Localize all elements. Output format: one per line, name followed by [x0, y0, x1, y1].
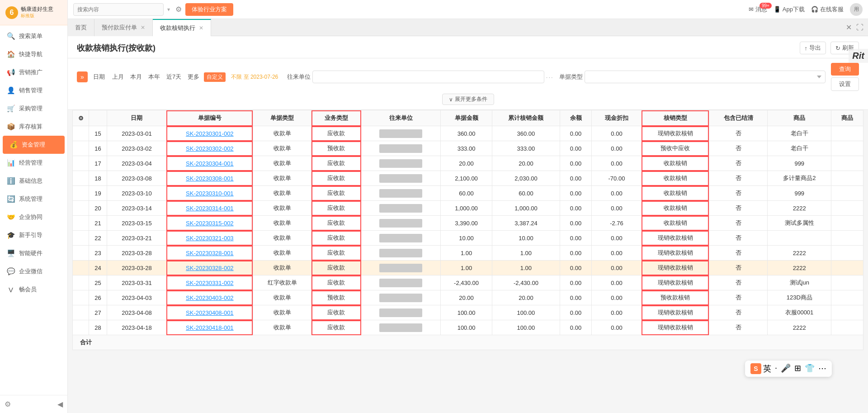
sidebar-item-guide[interactable]: 🎓 新手引导: [0, 226, 67, 244]
sidebar-item-inventory[interactable]: 📦 库存核算: [0, 118, 67, 136]
sidebar-item-search[interactable]: 🔍 搜索菜单: [0, 27, 67, 45]
table-row[interactable]: 26 2023-04-03 SK-20230403-002 收款单 预收款 ██…: [73, 290, 863, 305]
cell-slip-no[interactable]: SK-20230408-001: [166, 305, 253, 320]
sidebar-item-operations[interactable]: 📊 经营管理: [0, 154, 67, 172]
sidebar-item-basic[interactable]: ℹ️ 基础信息: [0, 172, 67, 190]
cell-slip-no[interactable]: SK-20230310-001: [166, 186, 253, 201]
col-amount[interactable]: 单据金额: [440, 110, 492, 126]
cell-slip-no[interactable]: SK-20230308-001: [166, 171, 253, 186]
tab-collection[interactable]: 收款核销执行 ✕: [153, 19, 211, 36]
settings-icon[interactable]: ⚙: [175, 5, 182, 14]
cell-slip-no[interactable]: SK-20230314-001: [166, 201, 253, 216]
table-row[interactable]: 18 2023-03-08 SK-20230308-001 收款单 应收款 ██…: [73, 171, 863, 186]
expand-more-btn[interactable]: ∨ 展开更多条件: [442, 94, 494, 105]
tab-prepay[interactable]: 预付款应付单 ✕: [94, 19, 153, 36]
sidebar-item-quick[interactable]: 🏠 快捷导航: [0, 45, 67, 63]
table-row[interactable]: 22 2023-03-21 SK-20230321-003 收款单 应收款 ██…: [73, 231, 863, 246]
sidebar-item-sales[interactable]: 👤 销售管理: [0, 81, 67, 100]
col-settings[interactable]: ⚙: [73, 110, 89, 126]
sidebar-item-member[interactable]: V 畅会员: [0, 280, 67, 299]
col-biz-type[interactable]: 业务类型: [311, 110, 361, 126]
wm-shirt-icon[interactable]: 👕: [805, 363, 815, 374]
filter-setting-btn[interactable]: 设置: [831, 77, 859, 91]
table-row[interactable]: 16 2023-03-02 SK-20230302-002 收款单 预收款 ██…: [73, 141, 863, 156]
col-goods2[interactable]: 商品: [831, 110, 863, 126]
table-row[interactable]: 23 2023-03-28 SK-20230328-001 收款单 应收款 ██…: [73, 246, 863, 261]
date-last-month[interactable]: 上月: [110, 72, 126, 82]
tab-collection-close[interactable]: ✕: [199, 25, 203, 31]
table-row[interactable]: 25 2023-03-31 SK-20230331-002 红字收款单 应收款 …: [73, 275, 863, 290]
col-verified[interactable]: 累计核销金额: [492, 110, 560, 126]
sidebar-item-purchase[interactable]: 🛒 采购管理: [0, 100, 67, 118]
cell-slip-no[interactable]: SK-20230304-001: [166, 156, 253, 171]
col-balance[interactable]: 余额: [560, 110, 592, 126]
sidebar-item-marketing[interactable]: 📢 营销推广: [0, 63, 67, 81]
table-row[interactable]: 19 2023-03-10 SK-20230310-001 收款单 应收款 ██…: [73, 186, 863, 201]
sidebar-item-collab[interactable]: 🤝 企业协同: [0, 208, 67, 226]
wm-grid-icon[interactable]: ⊞: [794, 363, 801, 374]
collapse-icon[interactable]: ◀: [57, 400, 63, 408]
col-date[interactable]: 日期: [107, 110, 167, 126]
message-btn[interactable]: ✉ 消息 99+: [749, 5, 767, 14]
table-row[interactable]: 27 2023-04-08 SK-20230408-001 收款单 应收款 ██…: [73, 305, 863, 320]
col-discount[interactable]: 现金折扣: [592, 110, 642, 126]
cell-slip-no[interactable]: SK-20230315-002: [166, 216, 253, 231]
cell-slip-no[interactable]: SK-20230328-001: [166, 246, 253, 261]
search-dropdown-icon[interactable]: ▾: [167, 6, 170, 13]
table-row[interactable]: 20 2023-03-14 SK-20230314-001 收款单 应收款 ██…: [73, 201, 863, 216]
wm-expand-icon[interactable]: ⋯: [818, 363, 826, 374]
table-row[interactable]: 21 2023-03-15 SK-20230315-002 收款单 应收款 ██…: [73, 216, 863, 231]
cell-goods2: [831, 186, 863, 201]
user-avatar[interactable]: 用: [850, 3, 863, 16]
slip-type-select[interactable]: [585, 71, 826, 83]
cell-goods: 123D商品: [768, 290, 831, 305]
col-include-settled[interactable]: 包含已结清: [709, 110, 768, 126]
col-goods[interactable]: 商品: [768, 110, 831, 126]
tab-home[interactable]: 首页: [68, 19, 94, 36]
tab-close-icon[interactable]: ✕: [846, 23, 852, 32]
cell-balance: 0.00: [560, 156, 592, 171]
partner-input[interactable]: [312, 71, 544, 83]
cell-slip-no[interactable]: SK-20230321-003: [166, 231, 253, 246]
col-slip-no[interactable]: 单据编号: [166, 110, 253, 126]
settings-bottom-icon[interactable]: ⚙: [5, 400, 11, 408]
wm-dot-icon[interactable]: ·: [775, 363, 777, 374]
date-this-month[interactable]: 本月: [128, 72, 144, 82]
cell-slip-no[interactable]: SK-20230331-002: [166, 275, 253, 290]
col-slip-type[interactable]: 单据类型: [253, 110, 311, 126]
sidebar-item-system[interactable]: 🔄 系统管理: [0, 190, 67, 208]
app-download-btn[interactable]: 📱 App下载: [774, 5, 805, 14]
cell-slip-no[interactable]: SK-20230302-002: [166, 141, 253, 156]
cell-slip-no[interactable]: SK-20230301-002: [166, 126, 253, 141]
filter-expand-btn[interactable]: »: [77, 71, 88, 82]
date-7days[interactable]: 近7天: [165, 72, 183, 82]
online-service-btn[interactable]: 🎧 在线客服: [811, 5, 844, 14]
export-btn[interactable]: ↑ 导出: [800, 42, 826, 54]
cell-slip-no[interactable]: SK-20230328-002: [166, 261, 253, 275]
industry-btn[interactable]: 体验行业方案: [185, 3, 233, 16]
cell-slip-no[interactable]: SK-20230418-001: [166, 320, 253, 335]
tab-prepay-close[interactable]: ✕: [141, 24, 145, 31]
col-partner[interactable]: 往来单位: [361, 110, 440, 126]
cell-include-settled: 否: [709, 216, 768, 231]
table-row[interactable]: 28 2023-04-18 SK-20230418-001 收款单 应收款 ██…: [73, 320, 863, 335]
date-more[interactable]: 更多: [186, 72, 201, 82]
sidebar-item-hardware[interactable]: 🖥️ 智能硬件: [0, 244, 67, 262]
tab-maximize-icon[interactable]: ⛶: [856, 24, 863, 32]
table-row[interactable]: 24 2023-03-28 SK-20230328-002 收款单 应收款 ██…: [73, 261, 863, 275]
sidebar-item-wechat[interactable]: 💬 企业微信: [0, 262, 67, 280]
cell-balance: 0.00: [560, 126, 592, 141]
cell-slip-no[interactable]: SK-20230403-002: [166, 290, 253, 305]
wm-text-icon[interactable]: 英: [763, 363, 771, 374]
date-custom[interactable]: 自定义: [204, 72, 226, 82]
sidebar-item-finance[interactable]: 💰 资金管理: [3, 136, 65, 154]
date-this-year[interactable]: 本年: [146, 72, 162, 82]
search-input[interactable]: [73, 3, 164, 16]
sidebar-item-label: 搜索菜单: [19, 32, 42, 40]
query-btn[interactable]: 查询: [831, 63, 859, 76]
table-row[interactable]: 17 2023-03-04 SK-20230304-001 收款单 应收款 ██…: [73, 156, 863, 171]
partner-dots[interactable]: ···: [546, 74, 554, 81]
col-cancel-type[interactable]: 核销类型: [642, 110, 709, 126]
table-row[interactable]: 15 2023-03-01 SK-20230301-002 收款单 应收款 ██…: [73, 126, 863, 141]
wm-mic-icon[interactable]: 🎤: [781, 363, 791, 374]
